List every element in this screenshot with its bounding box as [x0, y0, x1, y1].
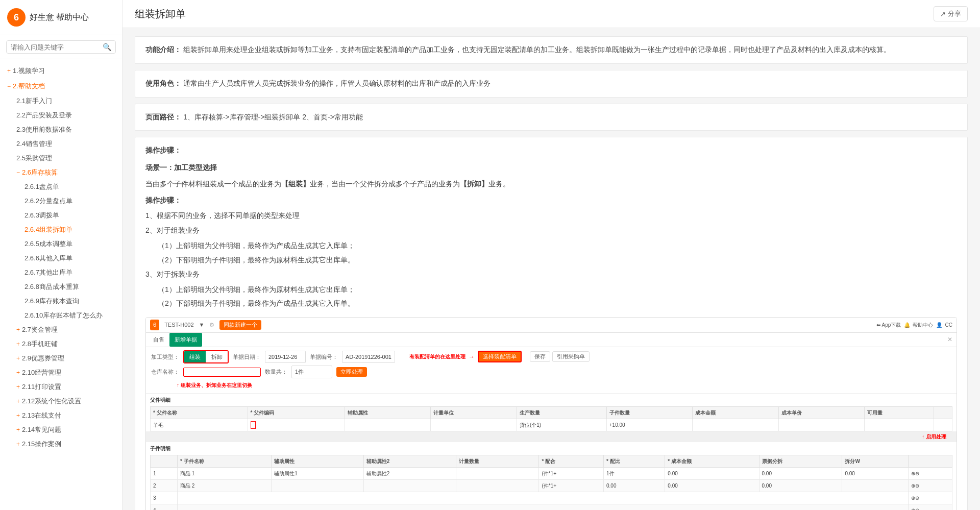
warehouse-input[interactable]	[183, 368, 261, 377]
role-text: 通常由生产人员或库管人员完成拆装业务的操作，库管人员确认原材料的出库和产成品的入…	[183, 79, 491, 87]
ref-purchase-btn[interactable]: 引用采购单	[552, 351, 590, 362]
step3-sub1: （1）上部明细为父件明细，最终作为原材料生成其它出库单；	[158, 284, 957, 296]
logo-area: 6 好生意 帮助中心	[0, 0, 122, 35]
lcol-name: * 子件名称	[177, 455, 271, 467]
sidebar-item-265[interactable]: 2.6.5成本调整单	[0, 237, 122, 251]
lcol-cost: * 成本金额	[665, 455, 759, 467]
app-tab-new[interactable]: 新增单据	[169, 333, 202, 347]
count-label: 数量共：	[265, 367, 287, 377]
step2-sub1: （1）上部明细为父件明细，最终作为产成品生成其它入库单；	[158, 240, 957, 252]
sidebar-item-26[interactable]: − 2.6库存核算	[0, 165, 122, 180]
expand-icon-211: +	[16, 383, 20, 391]
sidebar-item-23[interactable]: 2.3使用前数据准备	[0, 123, 122, 137]
sidebar-item-210[interactable]: + 2.10经营管理	[0, 366, 122, 380]
lower-table-label: 子件明细	[150, 444, 952, 453]
sidebar-item-264[interactable]: 2.6.4组装拆卸单	[0, 223, 122, 237]
search-input[interactable]	[11, 43, 103, 51]
sidebar-item-214[interactable]: + 2.14常见问题	[0, 423, 122, 437]
sidebar-item-video[interactable]: + 1.视频学习	[0, 63, 122, 79]
sidebar-item-29[interactable]: + 2.9优惠券管理	[0, 351, 122, 366]
col-sub-qty: 子件数量	[606, 406, 692, 419]
table-row: 2 商品 2 (件*1+ 0.00 0.00 0.00	[151, 479, 952, 492]
search-icon[interactable]: 🔍	[103, 43, 111, 51]
scene1-desc-text: 当由多个子件材料组装成一个成品的业务为	[145, 180, 281, 188]
share-button[interactable]: ↗ 分享	[934, 6, 968, 21]
col-unit: 计量单位	[431, 406, 517, 419]
col-parent-name: * 父件名称	[151, 406, 248, 419]
sidebar-item-262[interactable]: 2.6.2分量盘点单	[0, 194, 122, 208]
app-tabs-row: 自售 新增单据 ✕	[146, 333, 957, 347]
step2: 2、对于组装业务	[145, 225, 957, 237]
expand-icon-27: +	[16, 326, 20, 333]
app-close-icon[interactable]: ✕	[947, 334, 952, 345]
app-nav-icons: ⬅ App下载 🔔 帮助中心 👤 CC	[876, 321, 952, 329]
keyword-disassembly: 【拆卸】	[460, 180, 488, 188]
sidebar-item-267[interactable]: 2.6.7其他出库单	[0, 265, 122, 280]
sidebar-item-211[interactable]: + 2.11打印设置	[0, 380, 122, 394]
path-text: 1、库存核算->库存管理->组装拆卸单 2、首页->常用功能	[183, 113, 363, 121]
type-label: 加工类型：	[151, 352, 179, 362]
type-option-disassembly[interactable]: 拆卸	[206, 351, 228, 363]
expand-icon-213: +	[16, 412, 20, 419]
anno-operate-text: ↑ 启用处理	[922, 432, 946, 441]
lrow2-split: 0.00	[759, 479, 842, 492]
sidebar-item-22[interactable]: 2.2产品安装及登录	[0, 108, 122, 123]
lower-table-head: * 子件名称 辅助属性 辅助属性2 计量数量 * 配合 * 配比 * 成本金额 …	[151, 455, 952, 467]
sidebar-item-215[interactable]: + 2.15操作案例	[0, 437, 122, 451]
sidebar-item-24[interactable]: 2.4销售管理	[0, 137, 122, 151]
lrow1-match: (件*1+	[539, 467, 604, 479]
lcol-aux1: 辅助属性	[272, 455, 364, 467]
main-area: 组装拆卸单 ↗ 分享 功能介绍： 组装拆卸单用来处理企业组装或拆卸等加工业务，支…	[122, 0, 980, 510]
table-row: 3⊕⊖	[151, 492, 952, 504]
app-add-btn[interactable]: 同款新建一个	[219, 320, 261, 330]
unit-cell	[431, 419, 517, 431]
sidebar-item-25[interactable]: 2.5采购管理	[0, 151, 122, 165]
anno-type-text: ↑ 组装业务、拆卸业务在这里切换	[177, 382, 252, 388]
sidebar-item-21[interactable]: 2.1新手入门	[0, 94, 122, 108]
app-settings-icon: ⚙	[209, 320, 214, 330]
lower-table: * 子件名称 辅助属性 辅助属性2 计量数量 * 配合 * 配比 * 成本金额 …	[150, 455, 952, 510]
upper-table: * 父件名称 * 父件编码 辅助属性 计量单位 生产数量 子件数量 成本金额 成…	[150, 406, 952, 431]
parent-code-input[interactable]	[251, 421, 256, 429]
save-btn[interactable]: 保存	[530, 351, 550, 362]
lrow2-aux2	[363, 479, 456, 492]
sidebar-item-263[interactable]: 2.6.3调拨单	[0, 208, 122, 223]
func-intro-block: 功能介绍： 组装拆卸单用来处理企业组装或拆卸等加工业务，支持有固定装配清单的产品…	[135, 36, 968, 64]
lrow4-no: 4	[151, 504, 178, 510]
sidebar-item-27[interactable]: + 2.7资金管理	[0, 323, 122, 337]
sidebar-item-213[interactable]: + 2.13在线支付	[0, 408, 122, 423]
sidebar-item-261[interactable]: 2.6.1盘点单	[0, 180, 122, 194]
func-intro-label: 功能介绍：	[145, 45, 181, 54]
lcol-ratio: * 配比	[603, 455, 665, 467]
type-option-assembly[interactable]: 组装	[184, 351, 206, 363]
confirm-btn[interactable]: 立即处理	[336, 367, 367, 377]
form-row-2: 仓库名称： 数量共： 1件 立即处理	[151, 366, 951, 378]
lrow1-name: 商品 1	[177, 467, 271, 479]
lrow1-icon: ⊕⊖	[908, 467, 952, 479]
lrow4-icon: ⊕⊖	[908, 504, 952, 510]
table-row: 4⊕⊖	[151, 504, 952, 510]
sidebar-item-266[interactable]: 2.6.6其他入库单	[0, 251, 122, 265]
date-input[interactable]: 2019-12-26	[265, 351, 306, 363]
select-assembly-btn[interactable]: 选择装配清单	[478, 351, 522, 362]
app-tab-my[interactable]: 自售	[150, 333, 167, 347]
upper-table-head: * 父件名称 * 父件编码 辅助属性 计量单位 生产数量 子件数量 成本金额 成…	[151, 406, 952, 419]
cost-amt-cell	[693, 419, 778, 431]
sidebar-item-212[interactable]: + 2.12系统个性化设置	[0, 394, 122, 408]
sidebar-item-268[interactable]: 2.6.8商品成本重算	[0, 280, 122, 294]
cost-price-cell	[778, 419, 864, 431]
sidebar-item-docs[interactable]: − 2.帮助文档	[0, 79, 122, 94]
sidebar-item-28[interactable]: + 2.8手机旺铺	[0, 337, 122, 351]
col-actions	[934, 406, 952, 419]
lrow1-w: 0.00	[842, 467, 908, 479]
lrow2-qty	[456, 479, 539, 492]
search-area: 🔍	[0, 35, 122, 59]
lcol-match: * 配合	[539, 455, 604, 467]
sidebar-item-269[interactable]: 2.6.9库存账本查询	[0, 294, 122, 308]
path-label: 页面路径：	[145, 113, 181, 121]
app-titlebar: 6 TEST-H002 ▼ ⚙ 同款新建一个 ⬅ App下载 🔔 帮助中心 👤 …	[146, 318, 957, 333]
app-title-id: TEST-H002	[164, 320, 193, 330]
lrow1-ratio: 1件	[603, 467, 665, 479]
sidebar-item-2610[interactable]: 2.6.10库存账本错了怎么办	[0, 308, 122, 323]
lcol-no	[151, 455, 178, 467]
